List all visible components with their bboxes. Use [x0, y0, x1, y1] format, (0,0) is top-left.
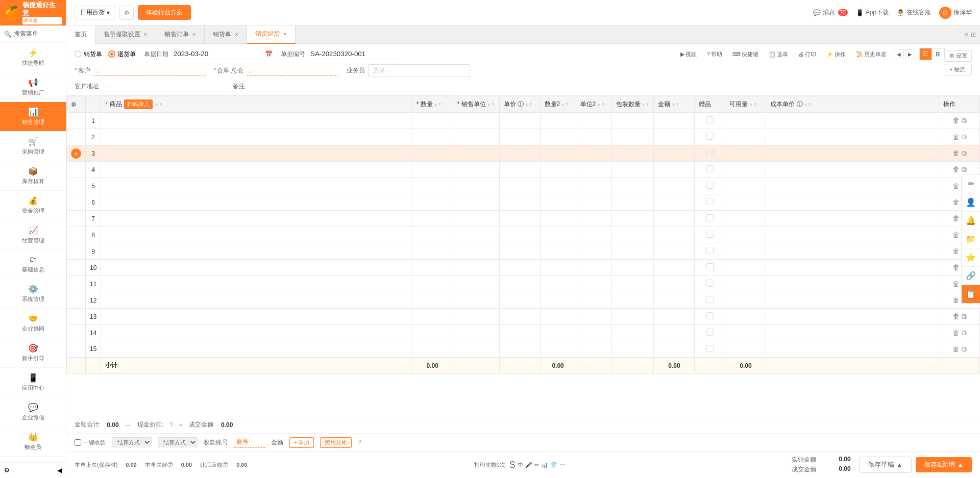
view-table-btn[interactable]: ☰ — [920, 48, 932, 60]
unit2-cell[interactable] — [576, 309, 611, 325]
qty2-cell[interactable] — [540, 292, 576, 309]
available-cell[interactable] — [725, 325, 766, 341]
gift-checkbox[interactable] — [706, 133, 714, 140]
amount-cell[interactable] — [654, 162, 695, 178]
available-cell[interactable] — [725, 276, 766, 292]
unit2-cell[interactable] — [576, 194, 611, 211]
available-cell[interactable] — [725, 178, 766, 194]
quantity-cell[interactable] — [412, 162, 453, 178]
qty2-cell[interactable] — [540, 227, 576, 243]
quantity-cell[interactable] — [412, 113, 453, 129]
cost-price-cell[interactable] — [766, 276, 939, 292]
unit2-cell[interactable] — [576, 325, 611, 341]
amount-cell[interactable] — [654, 260, 695, 276]
delete-row-btn[interactable]: 🗑 — [952, 116, 960, 125]
available-cell[interactable] — [725, 292, 766, 309]
delete-row-btn[interactable]: 🗑 — [952, 345, 960, 354]
available-cell[interactable] — [725, 194, 766, 211]
one-key-checkbox[interactable] — [75, 439, 81, 446]
available-cell[interactable] — [725, 243, 766, 260]
gift-checkbox[interactable] — [706, 182, 714, 189]
quantity-cell[interactable] — [412, 211, 453, 227]
unit2-cell[interactable] — [576, 113, 611, 129]
gift-checkbox[interactable] — [706, 247, 714, 254]
product-cell[interactable] — [101, 227, 412, 243]
pkg-qty-cell[interactable] — [611, 194, 654, 211]
available-cell[interactable] — [725, 227, 766, 243]
unit-cell[interactable] — [453, 129, 499, 145]
qty2-sort[interactable]: ▲▼ — [561, 102, 569, 107]
quantity-cell[interactable] — [412, 227, 453, 243]
save-new-btn[interactable]: 保存&新增 ▲ — [916, 457, 972, 472]
product-cell[interactable] — [101, 243, 412, 260]
qty2-cell[interactable] — [540, 341, 576, 358]
quantity-cell[interactable] — [412, 292, 453, 309]
product-cell[interactable] — [101, 309, 412, 325]
amount-cell[interactable] — [654, 309, 695, 325]
scan-input-btn[interactable]: 扫码录入 — [124, 99, 153, 109]
logistics-btn[interactable]: + 物流 — [945, 64, 972, 76]
delete-row-btn[interactable]: 🗑 — [952, 214, 960, 223]
cost-price-cell[interactable] — [766, 309, 939, 325]
experience-btn[interactable]: 体验行业方案 — [138, 5, 191, 20]
product-cell[interactable] — [101, 145, 412, 162]
doc-number-input[interactable] — [308, 49, 399, 59]
gift-checkbox[interactable] — [706, 296, 714, 303]
qty2-cell[interactable] — [540, 260, 576, 276]
remark-input[interactable] — [248, 81, 452, 91]
price-cell[interactable] — [499, 211, 540, 227]
quantity-cell[interactable] — [412, 194, 453, 211]
cost-price-cell[interactable] — [766, 129, 939, 145]
unit2-cell[interactable] — [576, 178, 611, 194]
quantity-cell[interactable] — [412, 260, 453, 276]
copy-row-btn[interactable]: ⧉ — [962, 165, 967, 174]
quantity-cell[interactable] — [412, 129, 453, 145]
tab-sales-order[interactable]: 销售订单 ✕ — [156, 26, 205, 44]
pkg-qty-cell[interactable] — [611, 260, 654, 276]
gift-checkbox[interactable] — [706, 165, 714, 172]
add-row-btn[interactable]: + — [71, 148, 81, 159]
delete-row-btn[interactable]: 🗑 — [952, 280, 960, 288]
price-cell[interactable] — [499, 341, 540, 358]
sidebar-item-inventory[interactable]: 📦 库存核算 — [0, 161, 66, 191]
unit-cell[interactable] — [453, 178, 499, 194]
pkg-qty-cell[interactable] — [611, 145, 654, 162]
cost-price-cell[interactable] — [766, 325, 939, 341]
breadcrumb-select[interactable]: 日用百货 ▾ — [75, 6, 115, 19]
sidebar-collapse-icon[interactable]: ◀ — [57, 467, 62, 474]
unit2-cell[interactable] — [576, 341, 611, 358]
gift-checkbox[interactable] — [706, 231, 714, 238]
staff-input[interactable]: 选择... — [368, 64, 470, 77]
delete-row-btn[interactable]: 🗑 — [952, 182, 960, 190]
unit2-cell[interactable] — [576, 162, 611, 178]
quantity-cell[interactable] — [412, 325, 453, 341]
settlement-method-select[interactable]: 结算方式 — [112, 437, 152, 447]
gift-checkbox[interactable] — [706, 116, 714, 123]
qty2-cell[interactable] — [540, 178, 576, 194]
pkg-qty-cell[interactable] — [611, 341, 654, 358]
right-tool-bell[interactable]: 🔔 — [962, 212, 980, 230]
split-help-icon[interactable]: ? — [358, 439, 361, 446]
header-settings-btn[interactable]: ⚙ — [119, 6, 134, 20]
price-cell[interactable] — [499, 145, 540, 162]
pkg-qty-sort[interactable]: ▲▼ — [642, 102, 650, 107]
unit-cell[interactable] — [453, 194, 499, 211]
address-input[interactable]: ... — [102, 82, 225, 91]
app-download-btn[interactable]: 📱 App下载 — [856, 8, 889, 17]
unit2-cell[interactable] — [576, 129, 611, 145]
delete-row-btn[interactable]: 🗑 — [952, 165, 960, 174]
unit-cell[interactable] — [453, 292, 499, 309]
gift-checkbox[interactable] — [706, 149, 714, 156]
unit2-sort[interactable]: ▲▼ — [597, 102, 605, 107]
calc-method-select[interactable]: 结算方式 — [158, 437, 198, 447]
gift-checkbox[interactable] — [706, 198, 714, 205]
unit-cell[interactable] — [453, 309, 499, 325]
unit-cell[interactable] — [453, 341, 499, 358]
pkg-qty-cell[interactable] — [611, 211, 654, 227]
price-cell[interactable] — [499, 178, 540, 194]
pkg-qty-cell[interactable] — [611, 325, 654, 341]
cost-price-cell[interactable] — [766, 145, 939, 162]
copy-row-btn[interactable]: ⧉ — [962, 116, 967, 125]
copy-row-btn[interactable]: ⧉ — [962, 149, 967, 158]
right-tool-folder[interactable]: 📁 — [962, 230, 980, 248]
